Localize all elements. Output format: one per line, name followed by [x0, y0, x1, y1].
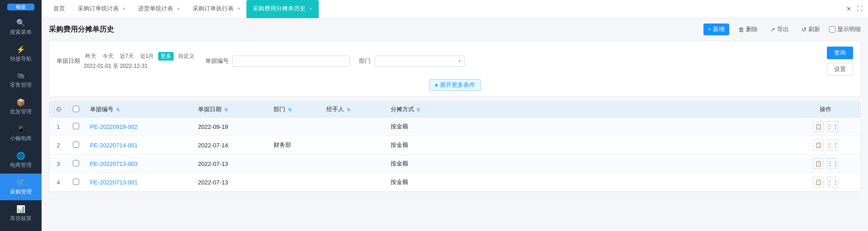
col-handler-label: 经手人	[326, 106, 344, 113]
tab-close-po-exec[interactable]: ×	[237, 6, 240, 11]
tab-import-summary[interactable]: 进货单统计表 ×	[132, 0, 186, 18]
dept-select[interactable]	[374, 56, 465, 67]
row-edit-icon[interactable]: 📋	[813, 177, 824, 188]
dept-select-wrap	[374, 56, 465, 67]
row-doc-no: PE-20220714-001	[85, 136, 193, 155]
sidebar-item-label: 快捷导航	[10, 55, 32, 63]
sidebar-item-search[interactable]: 🔍 搜索菜单	[0, 14, 42, 41]
date-opt-today[interactable]: 今天	[101, 52, 115, 61]
row-checkbox[interactable]	[73, 160, 79, 166]
header-actions: + 新增 🗑 删除 ↗ 导出 ↺ 刷新 显示明细	[703, 24, 861, 35]
tab-po-exec[interactable]: 采购订单执行表 ×	[186, 0, 246, 18]
tab-po-summary[interactable]: 采购订单统计表 ×	[71, 0, 132, 18]
sort-doc-date-icon[interactable]: ⇅	[224, 107, 228, 112]
delete-icon: 🗑	[738, 26, 744, 33]
sidebar-item-quick[interactable]: ⚡ 快捷导航	[0, 41, 42, 67]
row-more-icon[interactable]: ⋮⋮	[827, 140, 838, 151]
mobile-icon: 📱	[16, 125, 25, 133]
query-button[interactable]: 查询	[827, 47, 853, 59]
data-table-wrap: ⚙ 单据编号 ⇅ 单据日期 ⇅	[49, 101, 861, 192]
date-options: 昨天 今天 近7天 近1月 更多 自定义	[84, 52, 196, 61]
show-columns-button[interactable]: 显示明细	[829, 25, 861, 33]
inventory-icon: 📊	[16, 205, 25, 213]
sidebar-item-ecom[interactable]: 🌐 电商管理	[0, 147, 42, 174]
table-row: 2 PE-20220714-001 2022-07-14 财务部 按金额 📋 ⋮…	[49, 136, 860, 155]
export-icon: ↗	[770, 26, 775, 33]
date-opt-7days[interactable]: 近7天	[118, 52, 136, 61]
row-doc-no: PE-20220713-001	[85, 173, 193, 192]
window-max-btn[interactable]: ⛶	[857, 5, 863, 12]
doc-no-link[interactable]: PE-20220919-002	[90, 123, 138, 130]
row-actions: 📋 ⋮⋮	[791, 173, 860, 192]
row-method: 按金额	[385, 118, 791, 136]
row-dept	[268, 173, 321, 192]
sidebar-item-finance[interactable]: 💰 资金管理	[0, 227, 42, 231]
row-more-icon[interactable]: ⋮⋮	[827, 177, 838, 188]
doc-no-link[interactable]: PE-20220714-001	[90, 142, 138, 149]
row-checkbox[interactable]	[73, 123, 79, 129]
sidebar-item-retail[interactable]: 🛍 零售管理	[0, 67, 42, 94]
filter-doc-no: 单据编号	[205, 56, 350, 67]
sidebar-item-mobile[interactable]: 📱 小畅电商	[0, 120, 42, 147]
add-button[interactable]: + 新增	[703, 24, 729, 35]
date-opt-1month[interactable]: 近1月	[138, 52, 156, 61]
sidebar-item-wholesale[interactable]: 📦 批发管理	[0, 94, 42, 120]
sidebar-item-label: 搜索菜单	[10, 28, 32, 36]
row-method: 按金额	[385, 136, 791, 155]
dept-label: 部门	[359, 57, 371, 65]
row-checkbox[interactable]	[73, 141, 79, 148]
tab-cost-history[interactable]: 采购费用分摊单历史 ×	[246, 0, 318, 18]
doc-no-input[interactable]	[232, 56, 350, 67]
delete-button[interactable]: 🗑 删除	[735, 24, 761, 35]
date-opt-more[interactable]: 更多	[158, 52, 174, 61]
col-checkbox	[67, 102, 85, 118]
table-row: 1 PE-20220919-002 2022-09-19 按金额 📋 ⋮⋮	[49, 118, 860, 136]
sidebar-item-purchase[interactable]: 🛒 采购管理	[0, 174, 42, 200]
sort-dept-icon[interactable]: ⇅	[288, 107, 292, 112]
query-actions: 查询 设置	[827, 47, 853, 75]
doc-no-link[interactable]: PE-20220713-001	[90, 179, 138, 186]
row-method: 按金额	[385, 155, 791, 173]
col-settings[interactable]: ⚙	[49, 102, 67, 118]
filter-area: 单据日期 昨天 今天 近7天 近1月 更多 自定义 2022-01-01 至 2…	[49, 41, 861, 97]
sort-method-icon[interactable]: ⇅	[416, 107, 420, 112]
col-doc-no: 单据编号 ⇅	[85, 102, 193, 118]
row-dept	[268, 118, 321, 136]
col-method-label: 分摊方式	[391, 106, 414, 113]
search-icon: 🔍	[16, 19, 25, 27]
tab-close-import-summary[interactable]: ×	[177, 6, 179, 11]
row-checkbox[interactable]	[73, 179, 79, 185]
show-columns-checkbox[interactable]	[829, 26, 835, 33]
doc-no-link[interactable]: PE-20220713-003	[90, 160, 138, 167]
row-edit-icon[interactable]: 📋	[813, 158, 824, 169]
col-handler: 经手人 ⇅	[321, 102, 385, 118]
col-action: 操作	[791, 102, 860, 118]
window-close-btn[interactable]: ✕	[846, 5, 851, 12]
date-opt-custom[interactable]: 自定义	[176, 52, 196, 61]
sidebar: 畅捷 🔍 搜索菜单 ⚡ 快捷导航 🛍 零售管理 📦 批发管理 📱 小畅电商 🌐 …	[0, 0, 42, 231]
tab-home[interactable]: 首页	[47, 0, 71, 18]
col-doc-date: 单据日期 ⇅	[193, 102, 268, 118]
tab-close-po-summary[interactable]: ×	[123, 6, 125, 11]
row-more-icon[interactable]: ⋮⋮	[827, 121, 838, 132]
tab-close-cost-history[interactable]: ×	[309, 6, 312, 11]
select-all-checkbox[interactable]	[73, 106, 79, 112]
row-checkbox-cell	[67, 118, 85, 136]
export-button[interactable]: ↗ 导出	[767, 24, 793, 35]
row-edit-icon[interactable]: 📋	[813, 140, 824, 151]
sort-doc-no-icon[interactable]: ⇅	[116, 107, 120, 112]
settings-icon[interactable]: ⚙	[56, 105, 61, 113]
col-doc-date-label: 单据日期	[198, 106, 222, 113]
sidebar-item-inventory[interactable]: 📊 库存核算	[0, 200, 42, 227]
row-num: 1	[49, 118, 67, 136]
purchase-icon: 🛒	[16, 178, 25, 187]
refresh-button[interactable]: ↺ 刷新	[798, 24, 824, 35]
date-opt-yesterday[interactable]: 昨天	[84, 52, 98, 61]
expand-more-button[interactable]: ▾ 展开更多条件	[429, 79, 481, 91]
col-dept: 部门 ⇅	[268, 102, 321, 118]
row-edit-icon[interactable]: 📋	[813, 121, 824, 132]
row-more-icon[interactable]: ⋮⋮	[827, 158, 838, 169]
sort-handler-icon[interactable]: ⇅	[347, 107, 350, 112]
date-range-display: 2022-01-01 至 2022-12-31	[84, 62, 196, 70]
filter-setting-button[interactable]: 设置	[827, 63, 853, 75]
